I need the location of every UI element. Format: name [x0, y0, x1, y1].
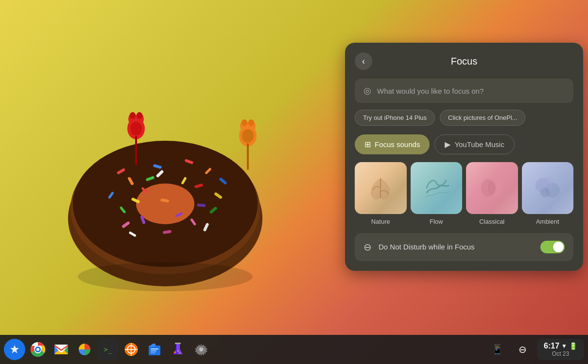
wallpaper-image [0, 0, 330, 335]
search-box[interactable]: ◎ What would you like to focus on? [355, 79, 573, 103]
dnd-toggle[interactable] [540, 241, 565, 253]
time: 6:17 [544, 342, 559, 350]
sound-card-flow[interactable]: Flow [411, 162, 463, 225]
taskbar-terminal[interactable]: >_ [97, 339, 119, 360]
taskbar-files[interactable] [144, 339, 165, 360]
svg-point-71 [199, 347, 203, 351]
dnd-row: ⊖ Do Not Disturb while in Focus [355, 233, 573, 261]
time-display: 6:17 ▼ 🔋 [544, 342, 577, 350]
wifi-icon: ▼ [561, 343, 567, 349]
svg-point-46 [488, 181, 496, 195]
svg-point-34 [130, 122, 142, 135]
svg-rect-64 [151, 350, 156, 351]
svg-point-55 [36, 348, 39, 351]
dnd-button[interactable]: ⊖ [512, 339, 533, 360]
svg-rect-42 [247, 143, 249, 170]
panel-header: ‹ Focus [355, 52, 573, 70]
dnd-icon: ⊖ [363, 241, 372, 253]
sound-card-ambient[interactable]: Ambient [522, 162, 574, 225]
svg-rect-63 [151, 348, 158, 349]
svg-point-49 [542, 177, 553, 189]
focus-panel: ‹ Focus ◎ What would you like to focus o… [345, 43, 583, 271]
dnd-text: Do Not Disturb while in Focus [379, 243, 475, 251]
sound-card-nature[interactable]: Nature [355, 162, 407, 225]
search-icon: ◎ [363, 85, 371, 96]
sound-grid: Nature Flow [355, 162, 573, 225]
svg-marker-51 [10, 345, 19, 353]
taskbar-gmail[interactable] [51, 339, 72, 360]
battery-icon: 🔋 [569, 342, 577, 350]
svg-point-41 [242, 129, 254, 143]
terminal-icon: >_ [104, 346, 112, 353]
svg-point-39 [242, 119, 247, 126]
date-display: Oct 23 [552, 350, 569, 357]
flow-label: Flow [430, 218, 443, 225]
svg-point-40 [248, 119, 254, 126]
phone-icon-button[interactable]: 📱 [486, 339, 508, 360]
back-button[interactable]: ‹ [355, 52, 372, 70]
taskbar-photos[interactable] [74, 339, 95, 360]
svg-point-43 [78, 262, 253, 291]
taskbar-left: >_ [4, 339, 486, 360]
svg-point-33 [137, 112, 142, 119]
tab-youtube-music[interactable]: ▶ YouTube Music [434, 134, 514, 154]
classical-thumbnail [466, 162, 518, 214]
taskbar-extension[interactable] [121, 339, 142, 360]
svg-point-50 [540, 188, 550, 198]
svg-rect-35 [135, 136, 137, 165]
nature-thumbnail [355, 162, 407, 214]
taskbar: >_ [0, 335, 588, 364]
sound-card-classical[interactable]: Classical [466, 162, 518, 225]
svg-point-67 [174, 351, 176, 353]
svg-point-32 [130, 112, 136, 119]
chip-1[interactable]: Try out iPhone 14 Plus [355, 110, 435, 126]
panel-title: Focus [451, 56, 477, 67]
taskbar-chrome[interactable] [27, 339, 49, 360]
focus-sounds-icon: ⊞ [364, 140, 371, 149]
taskbar-settings[interactable] [190, 339, 212, 360]
sound-tabs: ⊞ Focus sounds ▶ YouTube Music [355, 134, 573, 154]
svg-point-68 [177, 350, 179, 352]
tab-youtube-music-label: YouTube Music [454, 140, 504, 149]
ambient-label: Ambient [536, 218, 559, 225]
tab-focus-sounds-label: Focus sounds [375, 140, 420, 149]
ambient-thumbnail [522, 162, 574, 214]
tab-focus-sounds[interactable]: ⊞ Focus sounds [355, 134, 430, 154]
classical-label: Classical [479, 218, 504, 225]
search-placeholder-text: What would you like to focus on? [377, 87, 484, 95]
nature-label: Nature [371, 218, 390, 225]
taskbar-launcher[interactable] [4, 339, 25, 360]
chip-2[interactable]: Click pictures of OnePl... [440, 110, 525, 126]
flow-thumbnail [411, 162, 463, 214]
datetime-area[interactable]: 6:17 ▼ 🔋 Oct 23 [537, 339, 584, 360]
svg-point-69 [179, 352, 181, 354]
svg-rect-65 [151, 352, 156, 353]
taskbar-lab[interactable] [167, 339, 189, 360]
chips-row: Try out iPhone 14 Plus Click pictures of… [355, 110, 573, 126]
toggle-knob [553, 242, 564, 252]
svg-rect-66 [175, 343, 181, 344]
dnd-left: ⊖ Do Not Disturb while in Focus [363, 241, 475, 253]
youtube-music-icon: ▶ [445, 140, 450, 149]
taskbar-right: 📱 ⊖ 6:17 ▼ 🔋 Oct 23 [486, 339, 584, 360]
